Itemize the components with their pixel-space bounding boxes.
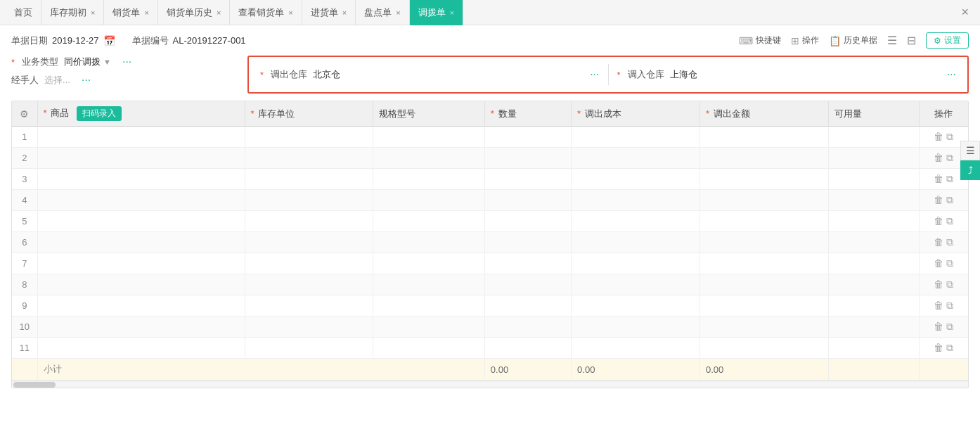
cell-spec[interactable] (373, 190, 484, 211)
delete-icon[interactable]: 🗑 (934, 194, 943, 206)
business-type-more-icon[interactable]: ··· (122, 56, 131, 68)
cell-cost[interactable] (572, 253, 700, 274)
dest-warehouse-more-icon[interactable]: ··· (947, 68, 956, 81)
cell-cost[interactable] (572, 190, 700, 211)
cell-unit[interactable] (245, 338, 373, 359)
cell-quantity[interactable] (484, 190, 571, 211)
cell-quantity[interactable] (484, 317, 571, 338)
window-close-button[interactable]: × (955, 5, 974, 20)
cell-quantity[interactable] (484, 211, 571, 232)
tab-transfer-close[interactable]: × (450, 8, 454, 17)
cell-product[interactable] (37, 317, 245, 338)
tab-transfer[interactable]: 调拨单 × (410, 0, 463, 25)
shortcut-btn[interactable]: ⌨ 快捷键 (739, 34, 781, 46)
cell-unit[interactable] (245, 169, 373, 190)
cell-product[interactable] (37, 253, 245, 274)
cell-product[interactable] (37, 127, 245, 148)
cell-product[interactable] (37, 338, 245, 359)
tab-purchase-close[interactable]: × (342, 8, 347, 17)
cell-product[interactable] (37, 232, 245, 253)
delete-icon[interactable]: 🗑 (934, 152, 943, 164)
delete-icon[interactable]: 🗑 (934, 215, 943, 227)
delete-icon[interactable]: 🗑 (934, 131, 943, 143)
cell-quantity[interactable] (484, 253, 571, 274)
cell-amount[interactable] (700, 211, 829, 232)
tab-sales-history[interactable]: 销货单历史 × (158, 0, 230, 25)
source-warehouse-value[interactable]: 北京仓 (313, 68, 579, 81)
cell-cost[interactable] (572, 295, 700, 317)
copy-icon[interactable]: ⧉ (946, 131, 953, 143)
cell-product[interactable] (37, 169, 245, 190)
handler-placeholder[interactable]: 选择... (44, 74, 70, 87)
calendar-icon[interactable]: 📅 (103, 35, 115, 46)
cell-cost[interactable] (572, 148, 700, 169)
cell-amount[interactable] (700, 190, 829, 211)
cell-cost[interactable] (572, 338, 700, 359)
tab-inventory-init[interactable]: 库存期初 × (41, 0, 104, 25)
tab-view-sales[interactable]: 查看销货单 × (230, 0, 302, 25)
cell-spec[interactable] (373, 169, 484, 190)
delete-icon[interactable]: 🗑 (934, 279, 943, 291)
cell-amount[interactable] (700, 295, 829, 317)
cell-product[interactable] (37, 274, 245, 295)
tab-view-sales-close[interactable]: × (288, 8, 292, 17)
dest-warehouse-value[interactable]: 上海仓 (670, 68, 936, 81)
cell-unit[interactable] (245, 295, 373, 317)
cell-amount[interactable] (700, 253, 829, 274)
delete-icon[interactable]: 🗑 (934, 236, 943, 248)
cell-unit[interactable] (245, 232, 373, 253)
cell-unit[interactable] (245, 253, 373, 274)
copy-icon[interactable]: ⧉ (946, 257, 953, 269)
cell-spec[interactable] (373, 148, 484, 169)
delete-icon[interactable]: 🗑 (934, 173, 943, 185)
copy-icon[interactable]: ⧉ (946, 342, 953, 354)
cell-unit[interactable] (245, 127, 373, 148)
horizontal-scrollbar[interactable] (12, 381, 968, 388)
cell-spec[interactable] (373, 338, 484, 359)
cell-quantity[interactable] (484, 232, 571, 253)
cell-product[interactable] (37, 148, 245, 169)
right-toolbar-export-btn[interactable]: ⤴ (960, 160, 980, 180)
cell-spec[interactable] (373, 232, 484, 253)
cell-cost[interactable] (572, 317, 700, 338)
cell-quantity[interactable] (484, 338, 571, 359)
cell-amount[interactable] (700, 148, 829, 169)
cell-cost[interactable] (572, 127, 700, 148)
cell-quantity[interactable] (484, 295, 571, 317)
tab-sales-order-close[interactable]: × (144, 8, 148, 17)
cell-cost[interactable] (572, 232, 700, 253)
cell-product[interactable] (37, 190, 245, 211)
copy-icon[interactable]: ⧉ (946, 279, 953, 291)
scan-button[interactable]: 扫码录入 (77, 106, 122, 121)
cell-spec[interactable] (373, 127, 484, 148)
delete-icon[interactable]: 🗑 (934, 321, 943, 333)
dropdown-icon[interactable]: ▼ (103, 58, 111, 66)
cell-product[interactable] (37, 295, 245, 317)
cell-cost[interactable] (572, 274, 700, 295)
cell-spec[interactable] (373, 274, 484, 295)
tab-purchase[interactable]: 进货单 × (302, 0, 356, 25)
cell-amount[interactable] (700, 232, 829, 253)
cell-product[interactable] (37, 211, 245, 232)
cell-unit[interactable] (245, 211, 373, 232)
cell-amount[interactable] (700, 169, 829, 190)
layout-toggle-2[interactable]: ⊟ (907, 34, 916, 47)
settings-button[interactable]: ⚙ 设置 (926, 32, 969, 49)
copy-icon[interactable]: ⧉ (946, 300, 953, 312)
cell-quantity[interactable] (484, 127, 571, 148)
cell-amount[interactable] (700, 127, 829, 148)
delete-icon[interactable]: 🗑 (934, 257, 943, 269)
cell-quantity[interactable] (484, 169, 571, 190)
date-value[interactable]: 2019-12-27 (52, 35, 99, 46)
cell-amount[interactable] (700, 338, 829, 359)
tab-sales-order[interactable]: 销货单 × (104, 0, 157, 25)
cell-cost[interactable] (572, 211, 700, 232)
layout-toggle-1[interactable]: ☰ (887, 34, 897, 47)
right-toolbar-list-btn[interactable]: ☰ (960, 141, 980, 160)
cell-spec[interactable] (373, 295, 484, 317)
tab-inventory-check[interactable]: 盘点单 × (356, 0, 409, 25)
tab-inventory-init-close[interactable]: × (91, 8, 95, 17)
cell-unit[interactable] (245, 317, 373, 338)
operation-btn[interactable]: ⊞ 操作 (791, 34, 819, 46)
tab-home[interactable]: 首页 (6, 0, 41, 25)
